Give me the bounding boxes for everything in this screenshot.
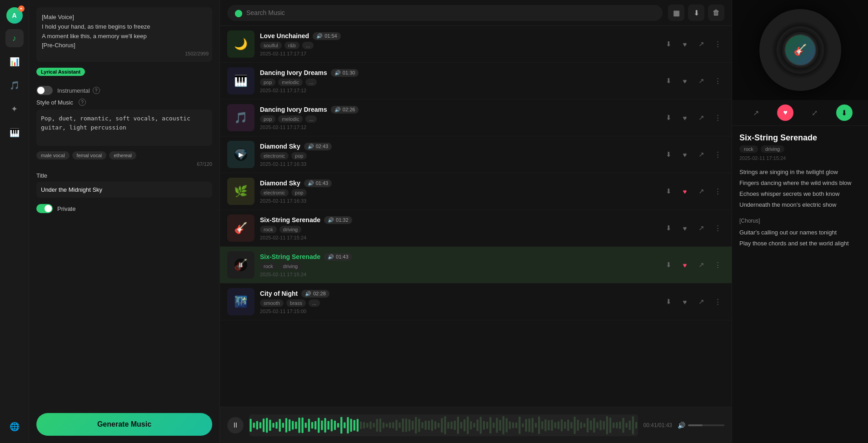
item-like-button[interactable]: ♥ bbox=[678, 74, 692, 88]
lyrical-assistant-badge[interactable]: Lyrical Assistant bbox=[36, 68, 85, 76]
item-share-button[interactable]: ↗ bbox=[694, 221, 708, 235]
generate-music-button[interactable]: Generate Music bbox=[36, 413, 212, 436]
item-download-button[interactable]: ⬇ bbox=[662, 184, 675, 198]
svg-rect-68 bbox=[470, 421, 472, 429]
item-more-button[interactable]: ⋮ bbox=[711, 74, 724, 88]
item-download-button[interactable]: ⬇ bbox=[662, 74, 675, 88]
svg-rect-35 bbox=[363, 422, 365, 428]
player-pause-button[interactable]: ⏸ bbox=[227, 417, 244, 433]
tag-ethereal[interactable]: ethereal bbox=[109, 151, 136, 159]
tag-male-vocal[interactable]: male vocal bbox=[36, 151, 70, 159]
download-button[interactable]: ⬇ bbox=[688, 5, 704, 21]
music-item-1[interactable]: 🌙 Love Unchained 🔊 01:54 soulfulr&b... 2… bbox=[220, 26, 732, 63]
music-actions: ⬇ ♥ ↗ ⋮ bbox=[662, 184, 724, 198]
music-item-8[interactable]: 🌃 City of Night 🔊 02:28 smoothbrass... 2… bbox=[220, 284, 732, 320]
music-date: 2025-02-11 17:16:33 bbox=[260, 198, 656, 204]
instrumental-help-icon[interactable]: ? bbox=[93, 87, 100, 94]
style-char-count: 67/120 bbox=[36, 161, 212, 167]
sidebar-item-globe[interactable]: 🌐 bbox=[5, 418, 24, 436]
playing-overlay[interactable]: ⏸ bbox=[234, 259, 247, 271]
remix-button[interactable]: ⤢ bbox=[807, 105, 823, 121]
item-like-button[interactable]: ♥ bbox=[678, 37, 692, 51]
style-input[interactable]: Pop, duet, romantic, soft vocals, acoust… bbox=[36, 110, 212, 146]
item-like-button[interactable]: ♥ bbox=[678, 148, 692, 161]
album-art: 🎸 bbox=[784, 34, 816, 66]
library-button[interactable]: ▦ bbox=[668, 5, 684, 21]
item-download-button[interactable]: ⬇ bbox=[662, 37, 675, 51]
item-download-button[interactable]: ⬇ bbox=[662, 221, 675, 235]
item-more-button[interactable]: ⋮ bbox=[711, 111, 724, 124]
title-input[interactable] bbox=[36, 182, 212, 198]
sidebar-item-music[interactable]: ♪ bbox=[5, 29, 24, 47]
duration-badge: 🔊 01:30 bbox=[331, 69, 359, 77]
svg-rect-11 bbox=[285, 418, 287, 432]
sidebar-item-playlist[interactable]: 🎵 bbox=[5, 76, 24, 95]
music-item-2[interactable]: 🎹 Dancing Ivory Dreams 🔊 01:30 popmelodi… bbox=[220, 63, 732, 100]
svg-rect-31 bbox=[350, 418, 352, 431]
audio-icon: 🔊 bbox=[328, 217, 334, 223]
music-item-6[interactable]: 🎸 Six-String Serenade 🔊 01:32 rockdrivin… bbox=[220, 210, 732, 247]
svg-rect-10 bbox=[282, 423, 284, 428]
item-download-button[interactable]: ⬇ bbox=[662, 148, 675, 161]
library-icon: ▦ bbox=[673, 9, 680, 17]
music-item-7[interactable]: 🎸 ⏸ Six-String Serenade 🔊 01:43 rockdriv… bbox=[220, 247, 732, 284]
sidebar-item-piano[interactable]: 🎹 bbox=[5, 124, 24, 142]
sidebar-item-magic[interactable]: ✦ bbox=[5, 100, 24, 118]
svg-rect-12 bbox=[289, 419, 290, 431]
item-more-button[interactable]: ⋮ bbox=[711, 258, 724, 272]
item-more-button[interactable]: ⋮ bbox=[711, 295, 724, 309]
music-item-4[interactable]: 💎 ▶ Diamond Sky 🔊 02:43 electronicpop 20… bbox=[220, 136, 732, 173]
item-like-button[interactable]: ♥ bbox=[678, 221, 692, 235]
magic-icon: ✦ bbox=[11, 104, 18, 114]
item-download-button[interactable]: ⬇ bbox=[662, 258, 675, 272]
svg-rect-13 bbox=[292, 421, 294, 429]
item-download-button[interactable]: ⬇ bbox=[662, 111, 675, 124]
like-button[interactable]: ♥ bbox=[777, 105, 793, 121]
song-detail-title: Six-String Serenade bbox=[739, 133, 861, 143]
svg-rect-41 bbox=[383, 422, 384, 428]
svg-rect-76 bbox=[496, 418, 498, 433]
item-more-button[interactable]: ⋮ bbox=[711, 221, 724, 235]
svg-rect-80 bbox=[509, 421, 511, 429]
item-like-button[interactable]: ♥ bbox=[678, 111, 692, 124]
private-toggle[interactable] bbox=[36, 204, 53, 213]
instrumental-toggle[interactable] bbox=[36, 86, 53, 95]
play-overlay[interactable]: ▶ bbox=[234, 148, 247, 161]
avatar[interactable]: A ✦ bbox=[6, 7, 23, 24]
volume-slider[interactable] bbox=[688, 424, 724, 426]
sidebar-item-chart[interactable]: 📊 bbox=[5, 53, 24, 71]
style-help-icon[interactable]: ? bbox=[79, 99, 86, 106]
delete-button[interactable]: 🗑 bbox=[708, 5, 724, 21]
right-download-button[interactable]: ⬇ bbox=[836, 105, 853, 121]
music-title-row: City of Night 🔊 02:28 bbox=[260, 290, 656, 298]
music-tag: smooth bbox=[260, 299, 284, 307]
item-like-button[interactable]: ♥ bbox=[678, 184, 692, 198]
top-bar: ⬤ ▦ ⬇ 🗑 bbox=[220, 0, 732, 26]
item-share-button[interactable]: ↗ bbox=[694, 111, 708, 124]
item-share-button[interactable]: ↗ bbox=[694, 295, 708, 309]
item-more-button[interactable]: ⋮ bbox=[711, 184, 724, 198]
waveform[interactable] bbox=[249, 414, 638, 436]
svg-rect-89 bbox=[538, 416, 540, 434]
item-share-button[interactable]: ↗ bbox=[694, 258, 708, 272]
search-input[interactable] bbox=[246, 9, 655, 16]
item-download-button[interactable]: ⬇ bbox=[662, 295, 675, 309]
item-like-button[interactable]: ♥ bbox=[678, 258, 692, 272]
share-button[interactable]: ↗ bbox=[748, 105, 764, 121]
main-panel: ⬤ ▦ ⬇ 🗑 🌙 Love Unchained bbox=[220, 0, 732, 443]
item-more-button[interactable]: ⋮ bbox=[711, 148, 724, 161]
duration-badge: 🔊 01:43 bbox=[324, 253, 352, 261]
item-share-button[interactable]: ↗ bbox=[694, 148, 708, 161]
music-item-3[interactable]: 🎵 Dancing Ivory Dreams 🔊 02:26 popmelodi… bbox=[220, 100, 732, 136]
item-share-button[interactable]: ↗ bbox=[694, 74, 708, 88]
music-item-5[interactable]: 🌿 Diamond Sky 🔊 01:43 electronicpop 2025… bbox=[220, 173, 732, 210]
music-title-row: Six-String Serenade 🔊 01:32 bbox=[260, 216, 656, 224]
tag-femal-vocal[interactable]: femal vocal bbox=[72, 151, 107, 159]
svg-rect-70 bbox=[477, 419, 479, 431]
item-share-button[interactable]: ↗ bbox=[694, 184, 708, 198]
style-label: Style of Music ? bbox=[36, 99, 212, 106]
svg-rect-61 bbox=[447, 422, 449, 428]
item-more-button[interactable]: ⋮ bbox=[711, 37, 724, 51]
item-like-button[interactable]: ♥ bbox=[678, 295, 692, 309]
item-share-button[interactable]: ↗ bbox=[694, 37, 708, 51]
